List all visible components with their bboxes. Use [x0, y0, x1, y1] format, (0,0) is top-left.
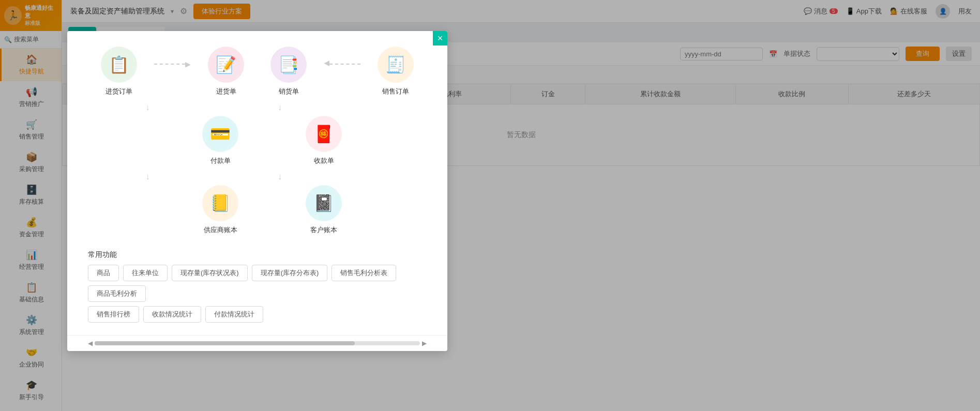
flow-node-receipt[interactable]: 🧧 收款单: [293, 116, 355, 165]
common-functions: 常用功能 商品 往来单位 现存量(库存状况表) 现存量(库存分布表) 销售毛利分…: [67, 250, 447, 335]
common-btn-goods-profit[interactable]: 商品毛利分析: [88, 285, 146, 302]
flow-node-purchase-order[interactable]: 📋 进货订单: [88, 47, 150, 96]
arrow-sales-order-to-bill: ▶: [320, 60, 365, 83]
common-btn-sales-rank[interactable]: 销售排行榜: [88, 306, 139, 323]
arrow-purchase-order-to-bill: ▶: [150, 60, 195, 83]
scroll-right[interactable]: ▶: [422, 340, 427, 347]
popup-scrollbar: ◀ ▶: [67, 335, 447, 351]
common-btn-contacts[interactable]: 往来单位: [123, 265, 168, 281]
flow-node-purchase-bill[interactable]: 📝 进货单: [195, 47, 257, 96]
common-btn-sales-profit[interactable]: 销售毛利分析表: [331, 265, 396, 281]
flow-node-payment[interactable]: 💳 付款单: [189, 116, 251, 165]
flow-node-customer-ledger[interactable]: 📓 客户账本: [293, 185, 355, 235]
flow-node-sales-order[interactable]: 🧾 销售订单: [365, 47, 427, 96]
arrow-down-payment: ↓: [146, 173, 150, 181]
arrow-down-sales: ↓: [278, 103, 282, 112]
common-buttons-row1: 商品 往来单位 现存量(库存状况表) 现存量(库存分布表) 销售毛利分析表 商品…: [88, 265, 427, 302]
common-title: 常用功能: [88, 250, 427, 260]
popup-close-button[interactable]: ×: [433, 31, 447, 45]
arrow-down-receipt: ↓: [278, 173, 282, 181]
scroll-track[interactable]: [95, 341, 420, 345]
common-btn-receipt-stats[interactable]: 收款情况统计: [143, 306, 201, 323]
scroll-thumb: [95, 341, 355, 345]
arrow-down-purchase: ↓: [146, 103, 150, 112]
flow-diagram: 📋 进货订单 ▶ 📝 进货单 📑 销货单: [67, 31, 447, 250]
flow-node-sales-bill[interactable]: 📑 销货单: [258, 47, 320, 96]
scroll-left[interactable]: ◀: [88, 340, 93, 347]
quick-nav-popup: × 📋 进货订单 ▶ 📝 进货单: [67, 31, 447, 351]
common-buttons-row2: 销售排行榜 收款情况统计 付款情况统计: [88, 306, 427, 323]
common-btn-payment-stats[interactable]: 付款情况统计: [205, 306, 263, 323]
flow-node-supplier-ledger[interactable]: 📒 供应商账本: [189, 185, 251, 235]
common-btn-stock-status[interactable]: 现存量(库存状况表): [172, 265, 248, 281]
common-btn-goods[interactable]: 商品: [88, 265, 119, 281]
common-btn-stock-dist[interactable]: 现存量(库存分布表): [252, 265, 328, 281]
